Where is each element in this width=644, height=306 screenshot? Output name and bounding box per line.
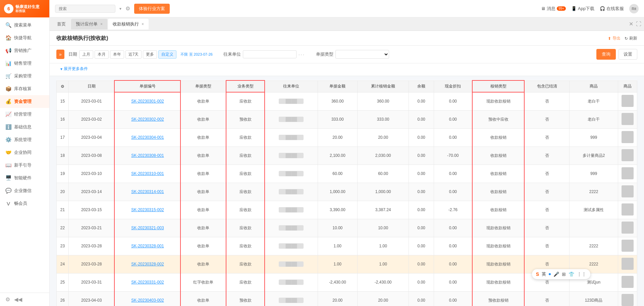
cell-cancellation-type: 收款核销 xyxy=(472,183,524,201)
cell-voucher-no[interactable]: SK-20230301-002 xyxy=(114,92,180,110)
ime-apps-icon[interactable]: ⋮⋮ xyxy=(577,271,586,277)
sidebar-item-quick-nav[interactable]: 🏠 快捷导航 xyxy=(0,32,49,44)
cell-date: 2023-03-14 xyxy=(69,183,115,201)
industry-solution-button[interactable]: 体验行业方案 xyxy=(134,4,170,14)
topbar-gear-icon[interactable]: ⚙ xyxy=(125,5,130,12)
table-row[interactable]: 21 2023-03-15 SK-20230315-002 收款单 应收款 ██… xyxy=(57,201,637,219)
export-button[interactable]: ⬆ 导出 xyxy=(608,36,621,41)
cell-include-settled: 否 xyxy=(524,128,570,146)
online-service-button[interactable]: 🎧 在线客服 xyxy=(600,6,624,12)
tab-prepay[interactable]: 预计应付单 × xyxy=(71,19,107,29)
settings-footer-icon[interactable]: ⚙ xyxy=(5,296,10,303)
cell-cancellation-type: 现款收款核销 xyxy=(472,273,524,291)
cell-voucher-type: 收款单 xyxy=(180,92,226,110)
sidebar-item-label: 新手引导 xyxy=(14,162,32,168)
cell-amount: 333.00 xyxy=(318,110,357,128)
cell-cancellation-type: 预收中应收 xyxy=(472,110,524,128)
sidebar-item-system[interactable]: ⚙️ 系统管理 xyxy=(0,133,49,146)
tab-home[interactable]: 首页 xyxy=(52,19,70,29)
cell-biz-type: 应收款 xyxy=(226,237,265,255)
sidebar-item-sales[interactable]: 📊 销售管理 xyxy=(0,57,49,70)
tab-prepay-close-icon[interactable]: × xyxy=(100,22,103,26)
cell-amount: -2,430.00 xyxy=(318,273,357,291)
cell-voucher-no[interactable]: SK-20230302-002 xyxy=(114,110,180,128)
custom-date-btn[interactable]: 自定义 xyxy=(158,50,176,59)
sidebar-item-inventory[interactable]: 📦 库存核算 xyxy=(0,82,49,95)
cell-voucher-no[interactable]: SK-20230328-002 xyxy=(114,255,180,273)
col-header-gear[interactable]: ⚙ xyxy=(57,80,69,92)
ime-shirt-icon[interactable]: 👕 xyxy=(569,271,574,277)
cell-product: 123D商品 xyxy=(570,291,618,306)
topbar-search-input[interactable] xyxy=(55,5,115,13)
cell-include-settled: 否 xyxy=(524,110,570,128)
close-window-icon[interactable]: ✕ xyxy=(629,21,633,27)
cell-biz-type: 预收款 xyxy=(226,291,265,306)
cell-product2 xyxy=(618,291,637,306)
sidebar-item-basic[interactable]: ℹ️ 基础信息 xyxy=(0,121,49,133)
more-dates-btn[interactable]: 更多 xyxy=(143,50,157,59)
sidebar-item-marketing[interactable]: 📢 营销推广 xyxy=(0,44,49,57)
table-row[interactable]: 22 2023-03-21 SK-20230321-003 收款单 应收款 ██… xyxy=(57,219,637,237)
sidebar-item-business[interactable]: 📈 经营管理 xyxy=(0,108,49,121)
col-header-voucher-type: 单据类型 xyxy=(180,80,226,92)
table-row[interactable]: 17 2023-03-04 SK-20230304-001 收款单 应收款 ██… xyxy=(57,128,637,146)
sidebar-item-purchase[interactable]: 🛒 采购管理 xyxy=(0,70,49,82)
table-row[interactable]: 19 2023-03-10 SK-20230310-001 收款单 应收款 ██… xyxy=(57,165,637,183)
sidebar-item-guide[interactable]: 📖 新手引导 xyxy=(0,159,49,172)
filter-settings-button[interactable]: 设置 xyxy=(619,49,637,60)
voucher-type-select[interactable] xyxy=(335,50,389,59)
cell-amount: 360.00 xyxy=(318,92,357,110)
this-month-btn[interactable]: 本月 xyxy=(95,50,109,59)
tab-collection[interactable]: 收款核销执行 × xyxy=(108,19,149,29)
sidebar-item-label: 快捷导航 xyxy=(14,35,32,41)
cell-balance: 0.00 xyxy=(409,128,434,146)
cell-voucher-no[interactable]: SK-20230331-002 xyxy=(114,273,180,291)
cell-voucher-no[interactable]: SK-20230310-001 xyxy=(114,165,180,183)
last-month-btn[interactable]: 上月 xyxy=(79,50,93,59)
collapse-icon[interactable]: ◀◀ xyxy=(14,296,22,303)
more-filters-dots[interactable]: ··· xyxy=(299,52,305,57)
app-download-label: App下载 xyxy=(578,6,594,12)
ime-grid-icon[interactable]: ⊞ xyxy=(562,271,566,277)
messages-button[interactable]: 🖥 消息 99+ xyxy=(541,6,566,12)
chevron-down-icon[interactable]: ▾ xyxy=(119,6,121,11)
sidebar-item-finance[interactable]: 💰 资金管理 xyxy=(0,95,49,108)
cell-partner: ████ xyxy=(265,255,318,273)
partner-filter-input[interactable] xyxy=(243,50,297,58)
sidebar-item-member[interactable]: V 畅会员 xyxy=(0,197,49,210)
app-download-button[interactable]: 📱 App下载 xyxy=(571,6,594,12)
table-row[interactable]: 18 2023-03-08 SK-20230308-001 收款单 应收款 ██… xyxy=(57,146,637,165)
cell-include-settled: 否 xyxy=(524,183,570,201)
sidebar-item-enterprise[interactable]: 🤝 企业协同 xyxy=(0,146,49,159)
refresh-icon: ↻ xyxy=(625,36,628,41)
tab-collection-close-icon[interactable]: × xyxy=(142,22,144,26)
sidebar-item-wechat[interactable]: 💬 企业微信 xyxy=(0,184,49,197)
cell-voucher-no[interactable]: SK-20230304-001 xyxy=(114,128,180,146)
cell-voucher-no[interactable]: SK-20230321-003 xyxy=(114,219,180,237)
maximize-icon[interactable]: ⛶ xyxy=(636,21,641,27)
this-year-btn[interactable]: 本年 xyxy=(110,50,124,59)
ime-microphone-icon[interactable]: 🎤 xyxy=(553,271,559,277)
cell-voucher-no[interactable]: SK-20230308-001 xyxy=(114,146,180,165)
cell-date: 2023-03-02 xyxy=(69,110,115,128)
expand-more-button[interactable]: ▾ 展开更多条件 xyxy=(56,65,637,73)
cell-cancellation-type: 现款收款核销 xyxy=(472,255,524,273)
last-7days-btn[interactable]: 近7天 xyxy=(125,50,142,59)
user-avatar[interactable]: Rit xyxy=(629,4,639,13)
table-row[interactable]: 23 2023-03-28 SK-20230328-001 收款单 应收款 ██… xyxy=(57,237,637,255)
cell-voucher-no[interactable]: SK-20230315-002 xyxy=(114,201,180,219)
table-row[interactable]: 15 2023-03-01 SK-20230301-002 收款单 应收款 ██… xyxy=(57,92,637,110)
filter-toggle-button[interactable]: » xyxy=(56,50,64,59)
refresh-button[interactable]: ↻ 刷新 xyxy=(625,36,637,41)
cell-date: 2023-04-03 xyxy=(69,291,115,306)
table-row[interactable]: 16 2023-03-02 SK-20230302-002 收款单 预收款 ██… xyxy=(57,110,637,128)
voucher-type-filter-group: 单据类型 xyxy=(316,50,389,59)
cell-voucher-no[interactable]: SK-20230314-001 xyxy=(114,183,180,201)
table-row[interactable]: 26 2023-04-03 SK-20230403-002 收款单 预收款 ██… xyxy=(57,291,637,306)
cell-voucher-no[interactable]: SK-20230328-001 xyxy=(114,237,180,255)
cell-voucher-no[interactable]: SK-20230403-002 xyxy=(114,291,180,306)
query-button[interactable]: 查询 xyxy=(596,49,616,60)
sidebar-item-search[interactable]: 🔍 搜索菜单 xyxy=(0,19,49,32)
table-row[interactable]: 20 2023-03-14 SK-20230314-001 收款单 应收款 ██… xyxy=(57,183,637,201)
sidebar-item-hardware[interactable]: 🖥️ 智能硬件 xyxy=(0,172,49,184)
